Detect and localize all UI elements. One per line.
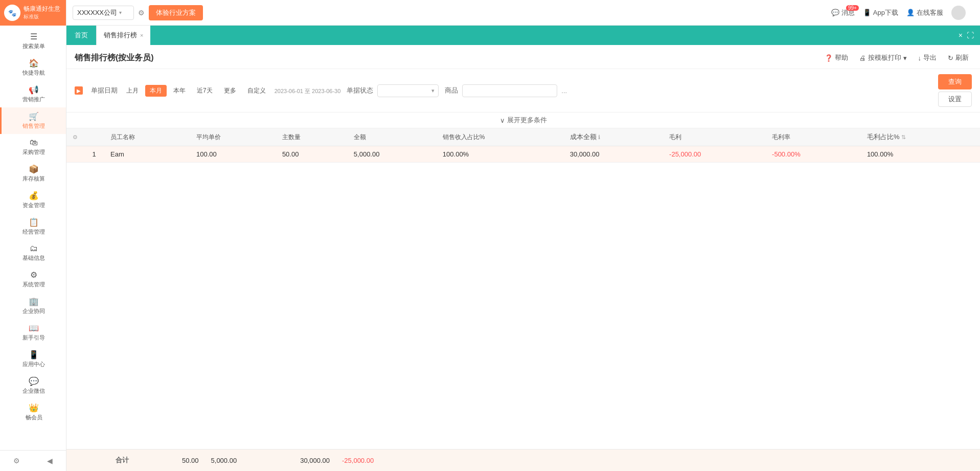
guide-label: 新手引导 <box>22 334 45 342</box>
sidebar-item-system[interactable]: ⚙ 系统管理 <box>0 266 66 293</box>
tab-home[interactable]: 首页 <box>66 26 96 45</box>
online-service-button[interactable]: 👤 在线客服 <box>906 8 943 17</box>
date-btn-this-month[interactable]: 本月 <box>145 85 167 97</box>
sidebar-nav: ☰ 搜索菜单 🏠 快捷导航 📢 营销推广 🛒 销售管理 🛍 采购管理 📦 库存核… <box>0 26 66 450</box>
sidebar-item-member[interactable]: 👑 畅会员 <box>0 399 66 425</box>
footer-settings-btn[interactable]: ⚙ <box>9 455 24 467</box>
goods-input[interactable] <box>462 84 557 97</box>
member-icon: 👑 <box>29 403 39 413</box>
cost-info-icon[interactable]: ℹ <box>598 134 600 140</box>
setting-button[interactable]: 设置 <box>938 92 972 107</box>
date-btn-custom[interactable]: 自定义 <box>243 85 270 97</box>
service-label: 在线客服 <box>917 8 943 17</box>
message-icon: 💬 <box>831 9 839 16</box>
app-name: 畅康通好生意 <box>24 5 60 13</box>
col-gross: 毛利 <box>663 128 766 146</box>
tab-close-all-icon[interactable]: × <box>959 31 963 39</box>
row-rank: 1 <box>84 146 104 163</box>
help-label: 帮助 <box>835 53 848 62</box>
sidebar-item-basic-info[interactable]: 🗂 基础信息 <box>0 240 66 266</box>
sidebar-item-search-order[interactable]: ☰ 搜索菜单 <box>0 28 66 54</box>
trial-button[interactable]: 体验行业方案 <box>149 5 203 20</box>
help-button[interactable]: ❓ 帮助 <box>822 51 851 64</box>
purchase-label: 采购管理 <box>22 148 45 156</box>
sidebar-item-app-center[interactable]: 📱 应用中心 <box>0 346 66 372</box>
basic-info-label: 基础信息 <box>22 254 45 262</box>
print-arrow-icon: ▾ <box>903 54 907 62</box>
print-icon: 🖨 <box>859 54 866 62</box>
date-btn-more[interactable]: 更多 <box>219 85 241 97</box>
row-settings <box>66 146 84 163</box>
sidebar-item-operations[interactable]: 📋 经营管理 <box>0 213 66 240</box>
quick-nav-label: 快捷导航 <box>22 69 45 77</box>
export-button[interactable]: ↓ 导出 <box>915 51 940 64</box>
sales-label: 销售管理 <box>22 122 45 130</box>
refresh-button[interactable]: ↻ 刷新 <box>945 51 972 64</box>
row-gross: -25,000.00 <box>663 146 766 163</box>
table-footer: 合计 50.00 5,000.00 30,000.00 -25,000.00 <box>66 449 980 471</box>
table-header-row: ⚙ 员工名称 平均单价 主数量 全额 销售收入占比% 成本全额 ℹ <box>66 128 980 146</box>
status-select[interactable] <box>377 84 439 97</box>
sidebar-item-enterprise[interactable]: 🏢 企业协同 <box>0 293 66 319</box>
goods-filter-group: 商品 ... <box>445 84 567 97</box>
app-download-label: App下载 <box>873 8 898 17</box>
date-btn-prev-month[interactable]: 上月 <box>122 85 143 97</box>
tab-fullscreen-icon[interactable]: ⛶ <box>967 31 974 39</box>
row-gross-pct: 100.00% <box>861 146 980 163</box>
message-button[interactable]: 💬 消息 99+ <box>831 8 855 17</box>
row-avg-price: 100.00 <box>190 146 276 163</box>
tab-close-icon[interactable]: × <box>140 32 143 38</box>
column-settings-icon[interactable]: ⚙ <box>73 134 78 140</box>
sidebar-item-inventory[interactable]: 📦 库存核算 <box>0 160 66 187</box>
sales-icon: 🛒 <box>29 111 39 121</box>
sidebar-item-purchase[interactable]: 🛍 采购管理 <box>0 134 66 160</box>
status-filter-label: 单据状态 <box>347 86 373 95</box>
system-label: 系统管理 <box>22 281 45 288</box>
system-icon: ⚙ <box>30 270 37 280</box>
help-icon: ❓ <box>825 54 833 62</box>
date-btn-recent7[interactable]: 近7天 <box>192 85 217 97</box>
message-badge: 99+ <box>846 5 859 11</box>
sidebar-item-sales[interactable]: 🛒 销售管理 <box>0 107 66 134</box>
query-button[interactable]: 查询 <box>938 74 972 89</box>
search-order-label: 搜索菜单 <box>22 42 45 50</box>
gross-pct-sort-icon[interactable]: ⇅ <box>901 134 906 140</box>
date-btn-this-year[interactable]: 本年 <box>169 85 190 97</box>
inventory-label: 库存核算 <box>22 175 45 183</box>
tab-sales-ranking[interactable]: 销售排行榜 × <box>96 26 150 45</box>
marketing-label: 营销推广 <box>22 96 45 103</box>
sidebar-item-guide[interactable]: 📖 新手引导 <box>0 319 66 346</box>
col-settings: ⚙ <box>66 128 84 146</box>
col-rank <box>84 128 104 146</box>
logo-icon: 🐾 <box>4 5 20 21</box>
page-content: 销售排行榜(按业务员) ❓ 帮助 🖨 按模板打印 ▾ ↓ 导出 <box>66 45 980 471</box>
company-select[interactable]: XXXXXX公司 ▾ <box>73 6 134 20</box>
col-gross-pct: 毛利占比% ⇅ <box>861 128 980 146</box>
row-gross-rate: -500.00% <box>766 146 861 163</box>
col-main-qty: 主数量 <box>276 128 348 146</box>
row-amount: 5,000.00 <box>348 146 437 163</box>
app-center-label: 应用中心 <box>22 361 45 368</box>
footer-amount: 5,000.00 <box>205 455 243 466</box>
main-area: XXXXXX公司 ▾ ⚙ 体验行业方案 💬 消息 99+ 📱 App下载 👤 在… <box>66 0 980 471</box>
table-row: 1 Eam 100.00 50.00 5,000.00 100.00% 30,0… <box>66 146 980 163</box>
footer-collapse-btn[interactable]: ◀ <box>43 455 57 467</box>
operations-icon: 📋 <box>29 217 39 227</box>
search-order-icon: ☰ <box>30 32 37 41</box>
sidebar-item-finance[interactable]: 💰 资金管理 <box>0 187 66 213</box>
sidebar-item-quick-nav[interactable]: 🏠 快捷导航 <box>0 54 66 81</box>
goods-more-icon[interactable]: ... <box>561 87 567 95</box>
tab-label: 销售排行榜 <box>104 31 137 40</box>
expand-more-conditions[interactable]: ∨ 展开更多条件 <box>66 113 980 128</box>
app-download-button[interactable]: 📱 App下载 <box>863 8 898 17</box>
print-button[interactable]: 🖨 按模板打印 ▾ <box>856 51 910 64</box>
user-avatar[interactable] <box>951 6 966 20</box>
sidebar-item-wechat[interactable]: 💬 企业微信 <box>0 372 66 399</box>
company-settings-icon[interactable]: ⚙ <box>138 9 145 17</box>
operations-label: 经营管理 <box>22 228 45 236</box>
filter-collapse-btn[interactable]: ▶ <box>75 86 83 95</box>
expand-label: 展开更多条件 <box>507 116 547 125</box>
export-label: 导出 <box>923 53 937 62</box>
sidebar-item-marketing[interactable]: 📢 营销推广 <box>0 81 66 107</box>
wechat-label: 企业微信 <box>22 387 45 395</box>
